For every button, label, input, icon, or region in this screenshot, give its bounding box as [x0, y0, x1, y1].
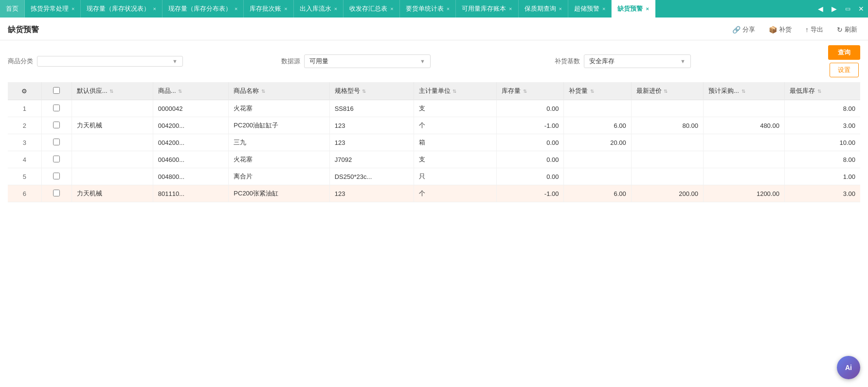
replenish-base-select[interactable]: 安全库存 ▼ — [584, 54, 691, 68]
tab-item-stock-status[interactable]: 现存量（库存状况表）× — [81, 0, 162, 18]
row-stock: -1.00 — [497, 117, 564, 134]
table-row[interactable]: 2力天机械004200...PC200油缸缸子123个-1.006.0080.0… — [8, 117, 860, 134]
row-replenish — [564, 151, 631, 168]
row-checkbox[interactable] — [53, 122, 60, 128]
row-spec: DS250*23c... — [329, 168, 414, 185]
row-checkbox[interactable] — [53, 139, 60, 145]
row-estimated: 1200.00 — [703, 185, 784, 202]
tab-close-abnormal[interactable]: × — [72, 6, 74, 12]
share-btn[interactable]: 🔗 分享 — [729, 23, 758, 36]
tab-item-shortage[interactable]: 缺货预警× — [612, 0, 655, 18]
table-row[interactable]: 3004200...三九123箱0.0020.0010.00 — [8, 134, 860, 151]
table-row[interactable]: 4004600...火花塞J7092支0.008.00 — [8, 151, 860, 168]
tab-close-inout[interactable]: × — [334, 6, 337, 12]
table-row[interactable]: 10000042火花塞SS816支0.008.00 — [8, 100, 860, 117]
row-checkbox-cell[interactable] — [41, 117, 72, 134]
tab-close-order-stat[interactable]: × — [447, 6, 450, 12]
col-header-supplier[interactable]: 默认供应... ⇅ — [72, 82, 153, 100]
row-unit: 个 — [414, 117, 497, 134]
row-min-stock: 8.00 — [784, 151, 860, 168]
col-label-latestprice: 最新进价 — [636, 87, 662, 94]
tab-prev-btn[interactable]: ◀ — [814, 0, 827, 18]
tab-item-stock-dist[interactable]: 现存量（库存分布表）× — [163, 0, 244, 18]
row-name: 火花塞 — [229, 100, 329, 117]
replenish-btn[interactable]: 📦 补货 — [766, 23, 795, 36]
datasource-value: 可用量 — [309, 57, 328, 66]
ai-assistant-btn[interactable]: Ai — [837, 356, 860, 379]
tab-item-batch[interactable]: 库存批次账× — [244, 0, 293, 18]
row-stock: -1.00 — [497, 185, 564, 202]
data-table: ⚙默认供应... ⇅商品... ⇅商品名称 ⇅规格型号 ⇅主计量单位 ⇅库存量 … — [8, 82, 860, 202]
row-min-stock: 1.00 — [784, 168, 860, 185]
datasource-label: 数据源 — [281, 57, 300, 66]
settings-button[interactable]: 设置 — [830, 63, 859, 77]
filter-row: 商品分类 ▼ 数据源 可用量 ▼ 补货基数 安全库存 ▼ 查询 设置 — [0, 40, 868, 82]
tab-item-overstock[interactable]: 超储预警× — [568, 0, 612, 18]
row-supplier — [72, 134, 153, 151]
datasource-select[interactable]: 可用量 ▼ — [304, 54, 431, 68]
tab-close-all-btn[interactable]: ✕ — [854, 0, 868, 18]
row-index: 2 — [8, 117, 41, 134]
tab-close-stock-dist[interactable]: × — [235, 6, 237, 12]
tab-item-inout[interactable]: 出入库流水× — [294, 0, 344, 18]
table-row[interactable]: 5004800...离合片DS250*23c...只0.001.00 — [8, 168, 860, 185]
datasource-arrow: ▼ — [420, 58, 425, 64]
row-checkbox[interactable] — [53, 105, 60, 111]
sort-icon-replenish: ⇅ — [589, 88, 594, 94]
refresh-icon: ↻ — [837, 26, 843, 34]
row-checkbox[interactable] — [53, 190, 60, 196]
row-spec: J7092 — [329, 151, 414, 168]
tab-close-available[interactable]: × — [509, 6, 512, 12]
refresh-btn[interactable]: ↻ 刷新 — [834, 23, 860, 36]
tab-item-expiry[interactable]: 保质期查询× — [519, 0, 568, 18]
col-header-spec[interactable]: 规格型号 ⇅ — [329, 82, 414, 100]
table-row[interactable]: 6力天机械801110...PC200张紧油缸123个-1.006.00200.… — [8, 185, 860, 202]
col-header-minstock[interactable]: 最低库存 ⇅ — [784, 82, 860, 100]
sort-icon-code: ⇅ — [177, 88, 182, 94]
row-stock: 0.00 — [497, 168, 564, 185]
tab-label-order-stat: 要货单统计表 — [406, 4, 444, 13]
col-header-latestprice[interactable]: 最新进价 ⇅ — [631, 82, 703, 100]
tab-item-order-stat[interactable]: 要货单统计表× — [400, 0, 456, 18]
select-all-checkbox[interactable] — [53, 87, 60, 94]
row-checkbox-cell[interactable] — [41, 134, 72, 151]
col-header-unit[interactable]: 主计量单位 ⇅ — [414, 82, 497, 100]
tab-item-home[interactable]: 首页 — [0, 0, 25, 18]
row-name: 离合片 — [229, 168, 329, 185]
row-checkbox[interactable] — [53, 173, 60, 179]
header-actions: 🔗 分享 📦 补货 ↑ 导出 ↻ 刷新 — [729, 23, 860, 36]
gear-icon[interactable]: ⚙ — [21, 88, 27, 95]
row-spec: 123 — [329, 117, 414, 134]
tab-close-overstock[interactable]: × — [602, 6, 605, 12]
row-checkbox-cell[interactable] — [41, 185, 72, 202]
row-checkbox-cell[interactable] — [41, 151, 72, 168]
row-checkbox-cell[interactable] — [41, 100, 72, 117]
tab-restore-btn[interactable]: ▭ — [841, 0, 854, 18]
tab-close-shortage[interactable]: × — [646, 6, 649, 12]
row-checkbox[interactable] — [53, 156, 60, 162]
row-checkbox-cell[interactable] — [41, 168, 72, 185]
row-unit: 支 — [414, 151, 497, 168]
tab-close-receipt[interactable]: × — [390, 6, 393, 12]
tab-close-batch[interactable]: × — [284, 6, 287, 12]
tab-item-abnormal[interactable]: 拣货异常处理× — [25, 0, 81, 18]
row-code: 004200... — [153, 134, 229, 151]
col-header-code[interactable]: 商品... ⇅ — [153, 82, 229, 100]
tab-close-stock-status[interactable]: × — [153, 6, 156, 12]
category-select[interactable]: ▼ — [37, 56, 183, 67]
tab-item-receipt[interactable]: 收发存汇总表× — [344, 0, 399, 18]
col-header-estimated[interactable]: 预计采购... ⇅ — [703, 82, 784, 100]
export-btn[interactable]: ↑ 导出 — [802, 23, 826, 36]
col-label-code: 商品... — [158, 87, 176, 94]
tab-next-btn[interactable]: ▶ — [827, 0, 841, 18]
replenish-base-label: 补货基数 — [555, 57, 580, 66]
col-header-checkbox — [41, 82, 72, 100]
tab-item-available[interactable]: 可用量库存账本× — [456, 0, 518, 18]
tab-close-expiry[interactable]: × — [559, 6, 562, 12]
col-header-stock[interactable]: 库存量 ⇅ — [497, 82, 564, 100]
row-stock: 0.00 — [497, 100, 564, 117]
col-header-name[interactable]: 商品名称 ⇅ — [229, 82, 329, 100]
tab-label-overstock: 超储预警 — [574, 4, 599, 13]
col-header-replenish[interactable]: 补货量 ⇅ — [564, 82, 631, 100]
query-button[interactable]: 查询 — [828, 45, 860, 60]
